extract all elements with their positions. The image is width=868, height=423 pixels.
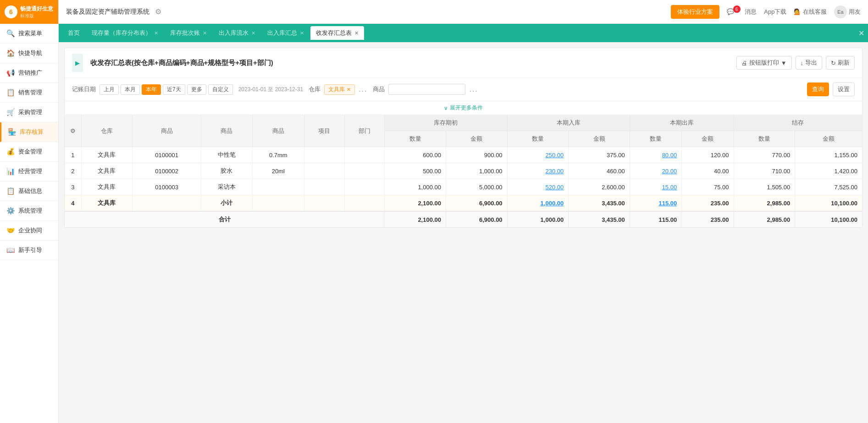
filter-date-section: 记账日期 上月 本月 本年 近7天 更多 自定义 2023-01-01 至 20…	[72, 84, 303, 95]
cell-project	[304, 147, 345, 163]
export-button[interactable]: ↓ 导出	[796, 56, 823, 70]
tab-inout-summary[interactable]: 出入库汇总 ✕	[262, 26, 310, 40]
cell-bal-qty: 710.00	[734, 163, 795, 179]
date-btn-last-month[interactable]: 上月	[100, 84, 119, 95]
tab-inout-summary-close[interactable]: ✕	[300, 30, 304, 36]
username: 用友	[849, 8, 861, 16]
sidebar-item-marketing[interactable]: 📢 营销推广	[0, 63, 58, 83]
warehouse-tag[interactable]: 文具库 ✕	[324, 84, 355, 95]
user-area[interactable]: Ea 用友	[834, 5, 861, 18]
export-label: 导出	[805, 59, 817, 67]
cell-in-qty[interactable]: 250.00	[507, 147, 569, 163]
sidebar-item-operation[interactable]: 📊 经营管理	[0, 162, 58, 181]
top-header: 装备及固定资产辅助管理系统 ⚙ 体验行业方案 💬 6 消息 App下载 💁 在线…	[59, 0, 868, 24]
cell-out-qty[interactable]: 15.00	[630, 179, 681, 195]
th-settings[interactable]: ⚙	[65, 115, 81, 147]
cell-open-qty: 2,100.00	[385, 195, 446, 212]
cell-in-amt: 460.00	[569, 163, 630, 179]
footer-open-qty: 2,100.00	[385, 211, 446, 227]
app-download-link[interactable]: App下载	[764, 8, 786, 16]
table-row: 4文具库小计2,100.006,900.001,000.003,435.0011…	[65, 195, 862, 212]
cell-goods-code: 0100002	[133, 163, 201, 179]
cell-goods-name: 胶水	[201, 163, 252, 179]
experience-button[interactable]: 体验行业方案	[671, 5, 719, 19]
cell-goods-code: 0100001	[133, 147, 201, 163]
tab-inout-flow[interactable]: 出入库流水 ✕	[213, 26, 261, 40]
cell-warehouse: 文具库	[81, 147, 133, 163]
th-out-amt: 金额	[682, 131, 734, 147]
tab-inventory-dist-label: 现存量（库存分布表）	[92, 29, 151, 37]
logo-title: 畅捷通好生意	[20, 5, 53, 13]
message-area[interactable]: 💬 6 消息	[727, 8, 757, 16]
cell-out-qty[interactable]: 80.00	[630, 147, 681, 163]
tab-home[interactable]: 首页	[62, 26, 85, 40]
online-service-link[interactable]: 💁 在线客服	[794, 8, 827, 16]
sidebar-item-label: 采购管理	[18, 108, 42, 116]
sidebar-item-label: 销售管理	[18, 88, 42, 97]
sidebar-item-search[interactable]: 🔍 搜索菜单	[0, 24, 58, 44]
cell-in-amt: 2,600.00	[569, 179, 630, 195]
cell-out-amt: 235.00	[682, 195, 734, 212]
tab-batch[interactable]: 库存批次账 ✕	[165, 26, 212, 40]
toggle-collapse[interactable]: ▶	[72, 54, 83, 72]
date-btn-more[interactable]: 更多	[187, 84, 206, 95]
page-content: ▶ 收发存汇总表(按仓库+商品编码+商品+规格型号+项目+部门) 🖨 按钮版打印…	[59, 42, 868, 423]
cell-out-qty[interactable]: 20.00	[630, 163, 681, 179]
sidebar-item-label: 新手引导	[18, 246, 42, 254]
sidebar-item-sales[interactable]: 📋 销售管理	[0, 83, 58, 103]
sidebar-logo: 6 畅捷通好生意 标准版	[0, 0, 58, 24]
settings-dropdown-icon[interactable]: ⚙	[155, 7, 161, 16]
warehouse-tag-close[interactable]: ✕	[347, 87, 351, 93]
cell-in-qty[interactable]: 230.00	[507, 163, 569, 179]
tab-inout-flow-close[interactable]: ✕	[251, 30, 255, 36]
cell-goods-name: 中性笔	[201, 147, 252, 163]
tab-batch-close[interactable]: ✕	[203, 30, 207, 36]
expand-conditions-button[interactable]: ∨ 展开更多条件	[444, 104, 483, 112]
tab-receive-send-close[interactable]: ✕	[354, 30, 359, 36]
cell-in-qty[interactable]: 520.00	[507, 179, 569, 195]
settings-table-button[interactable]: 设置	[833, 82, 855, 96]
date-btn-this-month[interactable]: 本月	[121, 84, 140, 95]
sidebar-item-guide[interactable]: 📖 新手引导	[0, 241, 58, 260]
goods-ellipsis[interactable]: ...	[469, 85, 478, 93]
tab-inventory-dist[interactable]: 现存量（库存分布表） ✕	[86, 26, 164, 40]
cell-out-qty[interactable]: 115.00	[630, 195, 681, 212]
page-actions: 🖨 按钮版打印 ▼ ↓ 导出 ↻ 刷新	[736, 56, 855, 70]
cell-in-qty[interactable]: 1,000.00	[507, 195, 569, 212]
finance-icon: 💰	[6, 148, 15, 156]
tab-bar-close-icon[interactable]: ✕	[858, 29, 864, 38]
date-btn-this-year[interactable]: 本年	[142, 84, 161, 95]
system-name: 装备及固定资产辅助管理系统	[66, 8, 149, 16]
footer-bal-amt: 10,100.00	[795, 211, 862, 227]
sidebar-item-finance[interactable]: 💰 资金管理	[0, 142, 58, 162]
goods-filter-input[interactable]	[388, 84, 465, 95]
print-label: 按钮版打印	[749, 59, 779, 67]
sidebar-item-label: 营销推广	[18, 69, 42, 77]
sidebar-item-label: 搜索菜单	[18, 29, 42, 38]
footer-out-amt: 235.00	[682, 211, 734, 227]
cell-dept	[344, 179, 385, 195]
footer-out-qty: 115.00	[630, 211, 681, 227]
tab-inventory-dist-close[interactable]: ✕	[154, 30, 158, 36]
tab-receive-send[interactable]: 收发存汇总表 ✕	[310, 26, 364, 40]
cell-bal-amt: 10,100.00	[795, 195, 862, 212]
sidebar-item-quick[interactable]: 🏠 快捷导航	[0, 44, 58, 63]
cell-bal-qty: 2,985.00	[734, 195, 795, 212]
print-button[interactable]: 🖨 按钮版打印 ▼	[736, 56, 792, 70]
th-out-period: 本期出库	[630, 115, 734, 131]
refresh-button[interactable]: ↻ 刷新	[826, 56, 855, 70]
sidebar-item-system[interactable]: ⚙️ 系统管理	[0, 201, 58, 221]
sidebar-item-collab[interactable]: 🤝 企业协同	[0, 221, 58, 241]
sidebar-item-basic[interactable]: 📋 基础信息	[0, 181, 58, 201]
date-btn-custom[interactable]: 自定义	[208, 84, 233, 95]
warehouse-ellipsis[interactable]: ...	[359, 85, 367, 93]
message-badge: 6	[733, 5, 741, 13]
date-btn-7days[interactable]: 近7天	[163, 84, 185, 95]
query-button[interactable]: 查询	[807, 82, 829, 96]
sidebar-item-purchase[interactable]: 🛒 采购管理	[0, 103, 58, 122]
main-card: ▶ 收发存汇总表(按仓库+商品编码+商品+规格型号+项目+部门) 🖨 按钮版打印…	[64, 48, 862, 228]
goods-filter-label: 商品	[373, 85, 385, 93]
logo-badge: 标准版	[20, 13, 53, 19]
sidebar-item-inventory[interactable]: 🏪 库存核算	[0, 122, 58, 142]
operation-icon: 📊	[6, 167, 15, 176]
